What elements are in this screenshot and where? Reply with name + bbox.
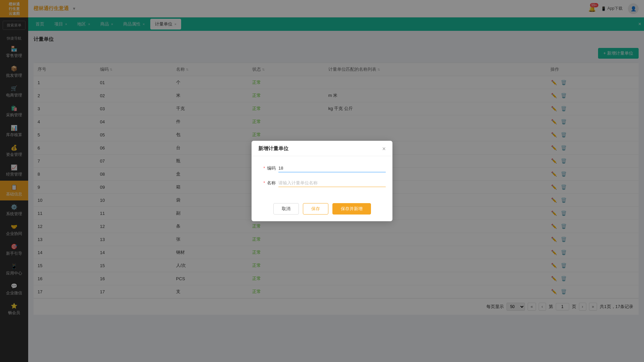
name-form-row: * 名称 bbox=[258, 179, 386, 187]
modal-overlay: 新增计量单位 × * 编码 * 名称 取消 保存 保存并新增 bbox=[0, 0, 644, 362]
modal-close-button[interactable]: × bbox=[382, 146, 386, 152]
modal-footer: 取消 保存 保存并新增 bbox=[252, 199, 392, 221]
save-and-add-button[interactable]: 保存并新增 bbox=[332, 203, 371, 215]
code-required-mark: * bbox=[263, 166, 265, 171]
add-unit-modal: 新增计量单位 × * 编码 * 名称 取消 保存 保存并新增 bbox=[252, 141, 392, 221]
name-required-mark: * bbox=[263, 180, 265, 185]
name-input[interactable] bbox=[278, 179, 386, 187]
modal-title: 新增计量单位 bbox=[258, 145, 288, 152]
modal-body: * 编码 * 名称 bbox=[252, 156, 392, 199]
cancel-button[interactable]: 取消 bbox=[273, 203, 299, 215]
name-label: * 名称 bbox=[258, 180, 278, 186]
modal-header: 新增计量单位 × bbox=[252, 141, 392, 156]
save-button[interactable]: 保存 bbox=[303, 203, 328, 215]
code-label: * 编码 bbox=[258, 165, 278, 171]
code-input[interactable] bbox=[278, 164, 386, 172]
code-form-row: * 编码 bbox=[258, 164, 386, 172]
